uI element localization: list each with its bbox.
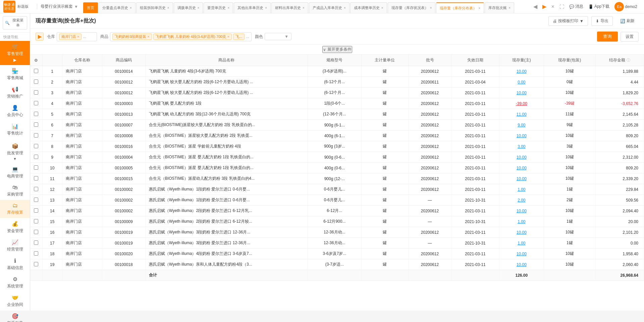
print-dropdown-icon[interactable]: ▼ — [580, 19, 584, 23]
td-qty-main[interactable]: 10.00 — [499, 259, 544, 270]
row-checkbox[interactable] — [34, 208, 38, 213]
tab-close-icon[interactable]: × — [265, 6, 267, 10]
tab-close-icon[interactable]: × — [167, 6, 169, 10]
search-menu-btn[interactable]: 🔍 搜索菜单 — [3, 16, 27, 30]
sidebar-item-huiyuan[interactable]: 👤 会员中心 — [0, 102, 30, 120]
sidebar-item-lingshoul[interactable]: 🛒 零售管理 ▶ — [0, 41, 30, 65]
td-qty-main[interactable]: 0.00 — [499, 77, 544, 88]
sidebar-item-lingshoutongji[interactable]: 📊 零售统计 — [0, 120, 30, 139]
row-checkbox[interactable] — [34, 133, 38, 138]
td-qty-main[interactable]: 11.00 — [499, 109, 544, 120]
filter-color-input[interactable]: ▼ — [265, 33, 291, 40]
btn-export[interactable]: ⬇ 导出 — [591, 16, 613, 26]
tab-chanchengruku[interactable]: 产成品入库单历史 × — [309, 2, 350, 13]
tab-close-icon[interactable]: × — [130, 6, 132, 10]
btn-setting[interactable]: 设置 — [621, 32, 639, 42]
tab-close-icon[interactable]: × — [508, 6, 511, 10]
sidebar-item-jingying[interactable]: 📈 经营管理 — [0, 236, 30, 255]
td-qty-main[interactable]: 10.00 — [499, 173, 544, 184]
tab-close-icon[interactable]: × — [303, 6, 305, 10]
row-checkbox[interactable] — [34, 144, 38, 148]
td-qty-main[interactable]: 1.00 — [499, 184, 544, 195]
filter-tag-product1-close-icon[interactable]: × — [147, 35, 149, 39]
filter-tag-close-icon[interactable]: × — [77, 35, 79, 39]
top-title-dropdown-icon[interactable]: ▼ — [74, 4, 78, 9]
tab-maximize[interactable]: ⛶ — [559, 4, 564, 9]
td-qty-main[interactable]: 10.00 — [499, 206, 544, 216]
tab-chenbenTiaozheng[interactable]: 成本调整单历史 × — [350, 2, 387, 13]
tab-xiancunliangfenbu[interactable]: 现存量（库存分布表） × — [436, 2, 484, 13]
sidebar-item-kucunhesuan[interactable]: 🗂 库存核算 — [0, 200, 30, 218]
tab-close-icon[interactable]: × — [344, 6, 346, 10]
row-checkbox[interactable] — [34, 262, 38, 266]
tab-fenliangpandian[interactable]: 分量盘点单历史 × — [99, 2, 136, 13]
row-checkbox[interactable] — [34, 122, 38, 127]
td-qty-main[interactable]: 2.00 — [499, 195, 544, 206]
td-qty-main[interactable]: 3.00 — [499, 141, 544, 152]
top-title-area[interactable]: 母婴行业演示账套 ▼ — [37, 4, 82, 9]
tab-close-icon[interactable]: × — [198, 6, 200, 10]
td-qty-main[interactable]: 10.00 — [499, 227, 544, 238]
btn-print[interactable]: 🖨 按模板打印 ▼ — [548, 16, 588, 26]
filter-expand-btn[interactable]: ▶ — [36, 33, 44, 41]
sidebar-item-caigou[interactable]: 🛍 采购管理 — [0, 182, 30, 200]
td-qty-main[interactable]: 1.00 — [499, 216, 544, 227]
btn-refresh[interactable]: 🔄 刷新 — [616, 16, 639, 25]
row-checkbox[interactable] — [34, 219, 38, 223]
row-checkbox[interactable] — [34, 165, 38, 170]
row-checkbox[interactable] — [34, 69, 38, 73]
tab-close-all[interactable]: × — [551, 4, 554, 10]
tab-cailiaochuku[interactable]: 材料出库单历史 × — [271, 2, 308, 13]
tab-scroll-next[interactable]: ▶ — [542, 3, 546, 10]
filter-tag-product2-close-icon[interactable]: × — [227, 35, 229, 39]
th-setting[interactable]: ⚙ — [30, 55, 42, 66]
app-download-btn[interactable]: 📱 App下载 — [588, 4, 609, 9]
td-qty-main[interactable]: 9.00 — [499, 120, 544, 130]
row-checkbox[interactable] — [34, 90, 38, 95]
td-qty-main[interactable]: 10.00 — [499, 66, 544, 77]
row-checkbox[interactable] — [34, 176, 38, 180]
sidebar-item-yingxiao[interactable]: 📢 营销推广 — [0, 84, 30, 102]
row-checkbox[interactable] — [34, 101, 38, 105]
sidebar-item-pifa[interactable]: 📦 批发管理 ▼ — [0, 140, 30, 163]
tab-qitachuku[interactable]: 其他出库单历史 × — [234, 2, 271, 13]
amount-info-icon[interactable]: ⓘ — [627, 58, 630, 62]
expand-more-btn[interactable]: ∨ 展开更多条件 — [322, 46, 352, 53]
user-area[interactable]: Ea demo2 — [614, 2, 637, 11]
filter-product-more[interactable]: ... — [246, 34, 249, 39]
td-qty-main[interactable]: 10.00 — [499, 152, 544, 163]
td-qty-main[interactable]: 10.00 — [499, 130, 544, 141]
message-btn[interactable]: 💬 消息 — [569, 4, 583, 9]
tab-home[interactable]: 首页 — [83, 2, 98, 13]
tab-close-icon[interactable]: × — [227, 6, 229, 10]
row-checkbox[interactable] — [34, 112, 38, 116]
tab-close-icon[interactable]: × — [381, 6, 383, 10]
td-qty-main[interactable]: 10.00 — [499, 249, 544, 259]
td-qty-main[interactable]: 10.00 — [499, 88, 544, 98]
tab-xiancunliangkucun[interactable]: 现存量（库存状况表） × — [388, 2, 436, 13]
row-checkbox[interactable] — [34, 251, 38, 256]
tab-yaohuo[interactable]: 要货单历史 × — [204, 2, 233, 13]
row-checkbox[interactable] — [34, 79, 38, 84]
sidebar-item-qiyexietong[interactable]: 🤝 企业协同 — [0, 292, 30, 310]
sidebar-item-xitong[interactable]: ⚙ 系统管理 — [0, 273, 30, 292]
tab-zuzhangchaijian[interactable]: 组装拆卸单历史 × — [136, 2, 173, 13]
setting-icon[interactable]: ⚙ — [34, 58, 38, 63]
row-checkbox[interactable] — [34, 187, 38, 191]
tab-kucunpici[interactable]: 库存批次账 × — [485, 2, 514, 13]
row-checkbox[interactable] — [34, 198, 38, 202]
tab-scroll-prev[interactable]: ◀ — [533, 3, 537, 10]
td-qty-main[interactable]: 10.00 — [499, 163, 544, 173]
sidebar-item-jichuinfo[interactable]: ℹ 基础信息 — [0, 255, 30, 273]
row-checkbox[interactable] — [34, 230, 38, 234]
filter-warehouse-more[interactable]: ... — [83, 34, 86, 39]
tab-close-icon[interactable]: × — [430, 6, 432, 10]
btn-query[interactable]: 查询 — [597, 32, 618, 42]
sidebar-item-zijin[interactable]: 💰 资金管理 — [0, 218, 30, 236]
row-checkbox[interactable] — [34, 240, 38, 245]
row-checkbox[interactable] — [34, 155, 38, 159]
tab-close-icon[interactable]: × — [478, 6, 480, 10]
tab-diaobodanl[interactable]: 调拨单历史 × — [174, 2, 203, 13]
sidebar-item-lingshoucheng[interactable]: 🏪 零售商城 — [0, 65, 30, 84]
td-qty-main[interactable]: 1.00 — [499, 238, 544, 249]
